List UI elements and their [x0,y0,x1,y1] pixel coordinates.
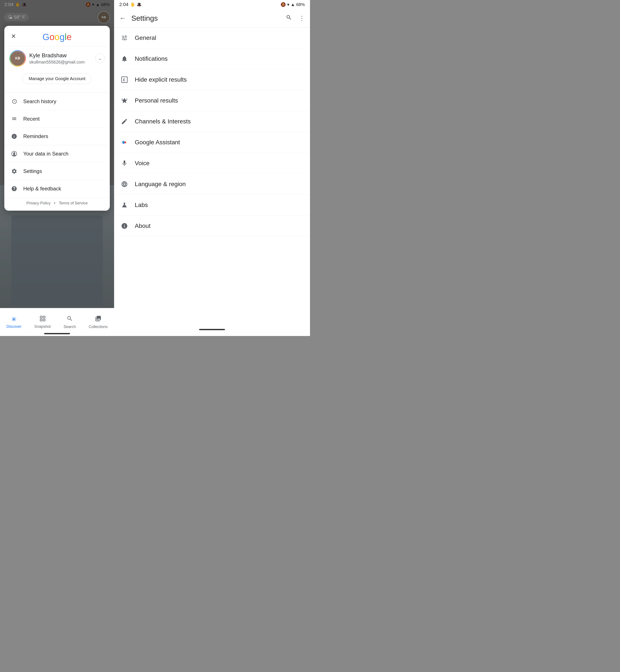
nav-label-discover: Discover [6,324,21,329]
chevron-down-icon: ⌄ [98,56,102,61]
right-status-left: 2:04 🖐 🎩 [119,2,142,7]
terms-of-service-link[interactable]: Terms of Service [59,201,88,205]
right-signal-icon: ▲ [291,2,295,7]
menu-label-reminders: Reminders [23,133,48,139]
menu-label-settings: Settings [23,168,42,174]
settings-item-language-region[interactable]: Language & region [114,174,310,195]
about-icon [120,222,129,230]
menu-item-your-data[interactable]: Your data in Search [4,145,110,162]
nav-label-snapshot: Snapshot [35,324,51,329]
close-icon: ✕ [11,33,16,40]
collections-icon [95,315,101,323]
nav-item-snapshot[interactable]: Snapshot [35,315,51,329]
svg-rect-5 [43,319,45,321]
settings-list: General Notifications E Hide explicit re… [114,28,310,323]
svg-rect-3 [43,316,45,318]
right-status-icon2: 🎩 [137,2,142,7]
personal-results-label: Personal results [135,97,178,104]
voice-label: Voice [135,160,150,167]
back-button[interactable]: ← [117,12,128,24]
modal-footer: Privacy Policy • Terms of Service [4,197,110,211]
voice-icon [120,159,129,167]
modal-menu-2: Your data in Search Settings Help & feed… [4,145,110,197]
recent-icon [10,115,18,123]
menu-item-reminders[interactable]: Reminders [4,128,110,145]
user-section: KB Kyle Bradshaw skullman555626@gmail.co… [4,47,110,70]
settings-item-about[interactable]: About [114,215,310,237]
account-modal: ✕ Google KB Kyle Bradshaw skullman555626… [4,26,110,211]
footer-dot: • [54,201,55,205]
nav-item-search[interactable]: Search [63,315,76,329]
channels-interests-icon [120,117,129,126]
nav-label-search: Search [63,325,76,329]
menu-item-help[interactable]: Help & feedback [4,180,110,197]
modal-logo-e: e [66,32,71,42]
hide-explicit-label: Hide explicit results [135,76,187,83]
settings-icon [10,167,18,175]
language-region-icon [120,180,129,188]
nav-indicator [44,333,70,334]
right-status-right: 🔕 ▾ ▲ 68% [280,2,305,7]
your-data-icon [10,150,18,158]
right-bottom-bar [114,323,310,336]
modal-close-button[interactable]: ✕ [9,32,18,41]
settings-item-general[interactable]: General [114,28,310,48]
user-info: Kyle Bradshaw skullman555626@gmail.com [29,52,92,65]
settings-item-google-assistant[interactable]: Google Assistant [114,132,310,153]
user-email: skullman555626@gmail.com [29,60,92,65]
general-label: General [135,35,156,41]
svg-point-1 [13,152,15,154]
menu-label-your-data: Your data in Search [23,151,68,157]
nav-item-collections[interactable]: Collections [89,315,108,329]
nav-item-discover[interactable]: ✳ Discover [6,316,21,329]
settings-item-voice[interactable]: Voice [114,153,310,174]
svg-rect-2 [40,316,42,318]
modal-logo-o1: o [50,32,54,42]
notifications-label: Notifications [135,55,168,62]
settings-item-labs[interactable]: Labs [114,195,310,215]
user-name: Kyle Bradshaw [29,52,92,59]
right-time: 2:04 [119,2,128,7]
expand-button[interactable]: ⌄ [95,54,105,63]
notifications-icon [120,54,129,63]
menu-label-recent: Recent [23,116,40,122]
google-assistant-icon [120,138,129,147]
labs-label: Labs [135,202,148,208]
menu-item-settings[interactable]: Settings [4,162,110,180]
right-wifi-icon: ▾ [287,2,289,7]
settings-item-notifications[interactable]: Notifications [114,48,310,69]
search-history-icon [10,98,18,105]
svg-rect-4 [40,319,42,321]
right-battery: 68% [296,2,305,7]
more-options-icon[interactable]: ⋮ [297,13,307,23]
about-label: About [135,223,151,229]
snapshot-icon [39,315,46,323]
user-avatar-container: KB [9,50,26,66]
channels-interests-label: Channels & Interests [135,118,191,125]
menu-item-search-history[interactable]: Search history [4,93,110,110]
settings-item-hide-explicit[interactable]: E Hide explicit results [114,69,310,90]
svg-point-10 [123,142,124,143]
settings-item-channels-interests[interactable]: Channels & Interests [114,111,310,132]
avatar: KB [10,51,25,66]
right-status-icon1: 🖐 [130,2,135,7]
manage-account-button[interactable]: Manage your Google Account [22,74,92,84]
hide-explicit-icon: E [120,76,129,84]
modal-logo-l: l [65,32,66,42]
discover-icon: ✳ [11,316,16,323]
menu-label-help: Help & feedback [23,186,61,192]
settings-search-icon[interactable] [284,13,294,24]
general-icon [120,34,129,42]
settings-title: Settings [131,14,281,22]
left-panel: 2:04 🖐 🎩 🔕 ▾ ▲ 68% 🌤 58° F KB Google [0,0,114,336]
search-icon [66,315,73,323]
svg-point-9 [124,142,126,143]
privacy-policy-link[interactable]: Privacy Policy [27,201,51,205]
labs-icon [120,201,129,209]
language-region-label: Language & region [135,181,186,188]
help-icon [10,185,18,193]
settings-item-personal-results[interactable]: Personal results [114,90,310,111]
right-panel: 2:04 🖐 🎩 🔕 ▾ ▲ 68% ← Settings ⋮ General [114,0,310,336]
menu-item-recent[interactable]: Recent [4,110,110,128]
settings-header: ← Settings ⋮ [114,9,310,28]
